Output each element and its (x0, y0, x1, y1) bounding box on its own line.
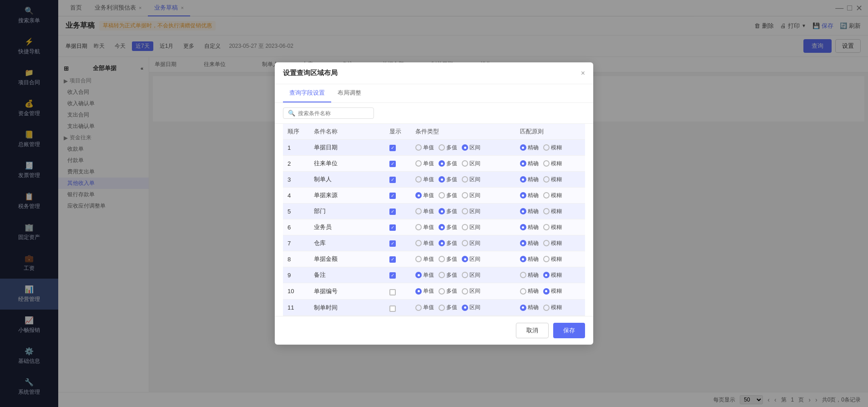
display-checkbox[interactable] (389, 209, 396, 215)
radio-range[interactable]: 区间 (462, 144, 480, 152)
radio-circle-range (462, 192, 468, 198)
radio-single[interactable]: 单值 (415, 144, 434, 152)
radio-fuzzy[interactable]: 模糊 (543, 287, 562, 295)
radio-single[interactable]: 单值 (415, 192, 434, 199)
dialog-tab-fields[interactable]: 查询字段设置 (283, 84, 331, 102)
display-checkbox[interactable] (389, 224, 396, 231)
radio-fuzzy[interactable]: 模糊 (543, 271, 562, 279)
radio-exact[interactable]: 精确 (520, 239, 539, 247)
radio-fuzzy[interactable]: 模糊 (543, 176, 562, 183)
radio-exact[interactable]: 精确 (520, 271, 539, 279)
radio-range[interactable]: 区间 (462, 160, 480, 168)
radio-multi[interactable]: 多值 (439, 287, 457, 295)
cell-display[interactable] (385, 140, 411, 156)
radio-multi[interactable]: 多值 (439, 208, 457, 215)
radio-multi[interactable]: 多值 (439, 255, 457, 263)
radio-range[interactable]: 区间 (462, 208, 480, 215)
radio-fuzzy[interactable]: 模糊 (543, 160, 562, 168)
radio-exact[interactable]: 精确 (520, 287, 539, 295)
cell-order: 9 (283, 267, 309, 283)
radio-circle-multi (439, 288, 445, 295)
radio-circle-single (415, 240, 422, 246)
display-checkbox[interactable] (389, 256, 396, 263)
radio-range[interactable]: 区间 (462, 224, 480, 231)
radio-single[interactable]: 单值 (415, 304, 434, 311)
dialog-overlay: 设置查询区域布局 × 查询字段设置 布局调整 🔍 顺序 (0, 0, 868, 407)
cell-display[interactable] (385, 204, 411, 219)
display-checkbox[interactable] (389, 272, 396, 279)
cell-display[interactable] (385, 156, 411, 172)
cell-display[interactable] (385, 283, 411, 300)
radio-fuzzy[interactable]: 模糊 (543, 208, 562, 215)
radio-multi[interactable]: 多值 (439, 271, 457, 279)
dialog-tab-layout[interactable]: 布局调整 (331, 84, 368, 102)
radio-circle-fuzzy (543, 224, 550, 230)
radio-multi[interactable]: 多值 (439, 176, 457, 183)
radio-multi[interactable]: 多值 (439, 160, 457, 168)
radio-exact[interactable]: 精确 (520, 208, 539, 215)
radio-range[interactable]: 区间 (462, 287, 480, 295)
cell-match-rule: 精确模糊 (515, 283, 585, 300)
radio-range[interactable]: 区间 (462, 304, 480, 311)
radio-multi[interactable]: 多值 (439, 224, 457, 231)
cell-name: 单据金额 (309, 251, 385, 267)
display-checkbox[interactable] (389, 193, 396, 199)
radio-circle-fuzzy (543, 208, 550, 214)
radio-exact[interactable]: 精确 (520, 304, 539, 311)
radio-circle-range (462, 288, 468, 295)
radio-circle-single (415, 160, 422, 167)
display-checkbox[interactable] (389, 240, 396, 247)
radio-fuzzy[interactable]: 模糊 (543, 304, 562, 311)
cell-display[interactable] (385, 219, 411, 235)
radio-single[interactable]: 单值 (415, 176, 434, 183)
radio-range[interactable]: 区间 (462, 255, 480, 263)
save-button[interactable]: 保存 (553, 323, 585, 338)
radio-single[interactable]: 单值 (415, 160, 434, 168)
cell-condition-type: 单值多值区间 (411, 251, 515, 267)
display-checkbox[interactable] (389, 305, 396, 312)
cancel-button[interactable]: 取消 (516, 323, 549, 338)
radio-range[interactable]: 区间 (462, 176, 480, 183)
radio-exact[interactable]: 精确 (520, 160, 539, 168)
cell-display[interactable] (385, 300, 411, 316)
cell-display[interactable] (385, 172, 411, 188)
radio-exact[interactable]: 精确 (520, 192, 539, 199)
radio-circle-range (462, 160, 468, 167)
radio-exact[interactable]: 精确 (520, 224, 539, 231)
radio-range[interactable]: 区间 (462, 239, 480, 247)
radio-multi[interactable]: 多值 (439, 304, 457, 311)
cell-match-rule: 精确模糊 (515, 188, 585, 204)
radio-single[interactable]: 单值 (415, 255, 434, 263)
display-checkbox[interactable] (389, 161, 396, 167)
dialog-header: 设置查询区域布局 × (275, 62, 593, 84)
radio-fuzzy[interactable]: 模糊 (543, 224, 562, 231)
radio-circle-exact (520, 305, 526, 311)
cell-display[interactable] (385, 251, 411, 267)
dialog-close-button[interactable]: × (581, 69, 585, 77)
radio-single[interactable]: 单值 (415, 208, 434, 215)
radio-single[interactable]: 单值 (415, 224, 434, 231)
radio-multi[interactable]: 多值 (439, 239, 457, 247)
radio-fuzzy[interactable]: 模糊 (543, 144, 562, 152)
radio-multi[interactable]: 多值 (439, 144, 457, 152)
radio-fuzzy[interactable]: 模糊 (543, 239, 562, 247)
search-input[interactable] (298, 110, 369, 117)
display-checkbox[interactable] (389, 145, 396, 151)
radio-circle-range (462, 240, 468, 246)
radio-multi[interactable]: 多值 (439, 192, 457, 199)
display-checkbox[interactable] (389, 289, 396, 295)
radio-fuzzy[interactable]: 模糊 (543, 192, 562, 199)
cell-display[interactable] (385, 235, 411, 251)
cell-display[interactable] (385, 267, 411, 283)
radio-single[interactable]: 单值 (415, 239, 434, 247)
radio-range[interactable]: 区间 (462, 192, 480, 199)
radio-fuzzy[interactable]: 模糊 (543, 255, 562, 263)
radio-exact[interactable]: 精确 (520, 176, 539, 183)
radio-exact[interactable]: 精确 (520, 255, 539, 263)
cell-display[interactable] (385, 188, 411, 204)
radio-single[interactable]: 单值 (415, 271, 434, 279)
display-checkbox[interactable] (389, 177, 396, 183)
radio-exact[interactable]: 精确 (520, 144, 539, 152)
radio-single[interactable]: 单值 (415, 287, 434, 295)
radio-range[interactable]: 区间 (462, 271, 480, 279)
